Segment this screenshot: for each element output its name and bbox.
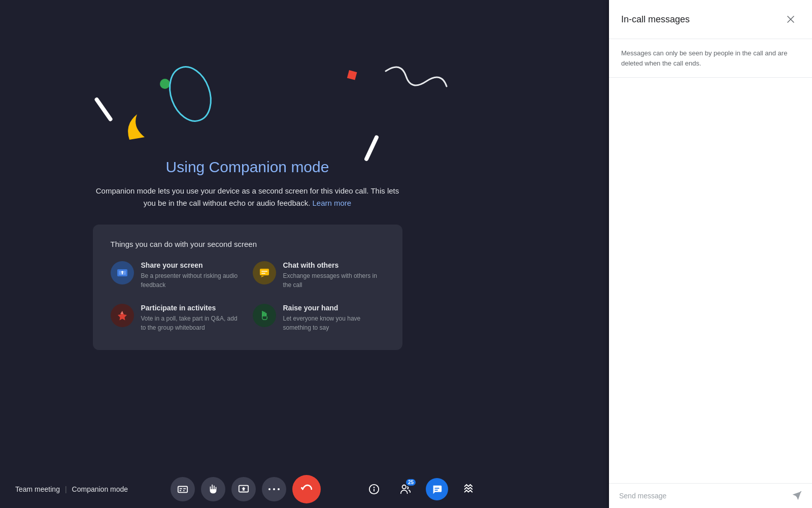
raise-hand-icon: [253, 304, 276, 327]
share-screen-text: Share your screen Be a presenter without…: [141, 261, 243, 290]
captions-icon: [177, 484, 188, 495]
second-screen-title: Things you can do with your second scree…: [111, 240, 385, 248]
meeting-divider: |: [65, 485, 67, 493]
svg-point-2: [162, 61, 218, 126]
svg-rect-13: [178, 486, 187, 492]
feature-activities: Participate in activites Vote in a poll,…: [111, 304, 243, 332]
captions-button[interactable]: [171, 477, 195, 501]
feature-chat: Chat with others Exchange messages with …: [253, 261, 385, 290]
feature-share-screen: Share your screen Be a presenter without…: [111, 261, 243, 290]
raise-hand-ctrl-icon: [208, 484, 219, 495]
second-screen-card: Things you can do with your second scree…: [93, 225, 402, 350]
bottom-right-controls: 25: [363, 478, 480, 500]
companion-title: Using Companion mode: [93, 158, 402, 176]
svg-rect-15: [179, 490, 181, 491]
svg-rect-14: [179, 488, 182, 489]
chat-title: Chat with others: [283, 261, 385, 269]
svg-rect-25: [374, 489, 375, 492]
panel-input-area: [609, 483, 812, 508]
share-screen-icon: [111, 261, 134, 284]
svg-point-21: [278, 488, 280, 490]
activities-text: Participate in activites Vote in a poll,…: [141, 304, 243, 332]
info-button[interactable]: [363, 478, 385, 500]
end-call-button[interactable]: [292, 475, 321, 503]
people-button[interactable]: 25: [394, 478, 417, 500]
share-screen-title: Share your screen: [141, 261, 243, 269]
activities-ctrl-icon: [463, 484, 474, 495]
svg-rect-8: [261, 271, 267, 272]
svg-rect-0: [94, 97, 113, 122]
panel-messages: [609, 78, 812, 483]
svg-point-26: [402, 485, 406, 488]
message-input[interactable]: [619, 492, 787, 500]
share-screen-ctrl-icon: [238, 484, 249, 495]
send-message-button[interactable]: [792, 491, 802, 501]
raise-hand-desc: Let everyone know you have something to …: [283, 314, 385, 332]
svg-rect-7: [260, 269, 269, 275]
panel-title: In-call messages: [621, 14, 690, 25]
svg-rect-9: [261, 273, 265, 274]
close-icon: [786, 15, 795, 24]
svg-point-1: [160, 79, 170, 89]
panel: In-call messages Messages can only be se…: [609, 0, 812, 508]
share-screen-button[interactable]: [231, 477, 256, 501]
svg-rect-28: [434, 489, 437, 490]
main-area: Using Companion mode Companion mode lets…: [0, 0, 495, 508]
activities-desc: Vote in a poll, take part in Q&A, add to…: [141, 314, 243, 332]
raise-hand-button[interactable]: [201, 477, 225, 501]
meeting-mode: Companion mode: [72, 485, 128, 493]
people-count-badge: 25: [406, 479, 416, 486]
svg-point-24: [374, 486, 375, 488]
companion-mode-card: Using Companion mode Companion mode lets…: [93, 158, 402, 209]
bottom-controls: [171, 475, 321, 503]
svg-rect-27: [434, 488, 439, 489]
activities-button[interactable]: [457, 478, 480, 500]
chat-icon: [253, 261, 276, 284]
more-options-button[interactable]: [262, 477, 286, 501]
close-panel-button[interactable]: [782, 10, 800, 28]
svg-rect-12: [265, 313, 267, 316]
companion-description: Companion mode lets you use your device …: [93, 185, 402, 209]
send-icon: [792, 491, 802, 501]
panel-notice: Messages can only be seen by people in t…: [609, 39, 812, 78]
activities-title: Participate in activites: [141, 304, 243, 312]
raise-hand-title: Raise your hand: [283, 304, 385, 312]
svg-point-19: [268, 488, 270, 490]
bottom-bar: Team meeting | Companion mode: [0, 470, 495, 508]
svg-rect-16: [183, 488, 186, 489]
chat-ctrl-icon: [431, 484, 443, 495]
learn-more-link[interactable]: Learn more: [313, 199, 352, 207]
feature-raise-hand: Raise your hand Let everyone know you ha…: [253, 304, 385, 332]
svg-point-20: [273, 488, 275, 490]
info-icon: [368, 484, 380, 495]
chat-desc: Exchange messages with others in the cal…: [283, 271, 385, 290]
end-call-icon: [300, 483, 313, 496]
svg-rect-17: [183, 490, 184, 491]
svg-rect-10: [263, 311, 264, 316]
meeting-info: Team meeting | Companion mode: [15, 485, 128, 493]
features-grid: Share your screen Be a presenter without…: [111, 261, 385, 332]
raise-hand-text: Raise your hand Let everyone know you ha…: [283, 304, 385, 332]
svg-rect-11: [264, 312, 265, 316]
chat-button[interactable]: [426, 478, 448, 500]
chat-text: Chat with others Exchange messages with …: [283, 261, 385, 290]
more-options-icon: [268, 488, 280, 490]
svg-rect-3: [347, 70, 357, 80]
svg-rect-4: [364, 135, 379, 162]
meeting-name: Team meeting: [15, 485, 60, 493]
share-screen-desc: Be a presenter without risking audio fee…: [141, 271, 243, 290]
activities-icon: [111, 304, 134, 327]
panel-header: In-call messages: [609, 0, 812, 39]
